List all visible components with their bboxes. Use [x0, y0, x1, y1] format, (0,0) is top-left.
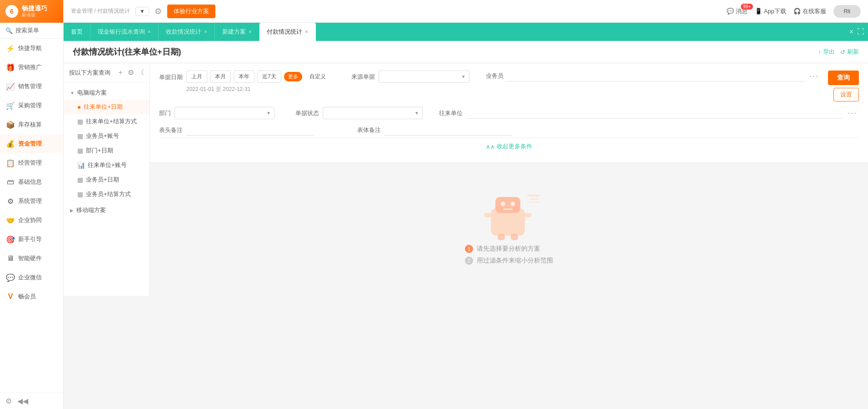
scheme-panel-title: 按以下方案查询	[69, 69, 110, 77]
collapse-sidebar-icon[interactable]: ◀◀	[17, 397, 28, 405]
sidebar-item-basic[interactable]: 🗃 基础信息	[0, 172, 63, 192]
scheme-add-icon[interactable]: ＋	[117, 68, 124, 77]
sidebar-item-marketing[interactable]: 🎁 营销推广	[0, 58, 63, 77]
user-avatar[interactable]: Rit	[833, 5, 861, 18]
sidebar-item-quick-nav[interactable]: ⚡ 快捷导航	[0, 39, 63, 58]
scheme-item-partner-settlement[interactable]: ▦ 往来单位+结算方式	[64, 114, 150, 129]
table-header-remark-input[interactable]	[186, 125, 314, 136]
refresh-button[interactable]: ↺ 刷新	[840, 48, 859, 56]
date-btn-this-year[interactable]: 本年	[234, 71, 254, 83]
export-button[interactable]: ↑ 导出	[818, 48, 835, 56]
header-right: 💬 消息 99+ 📱 App下载 🎧 在线客服 Rit	[727, 5, 861, 18]
tab-home[interactable]: 首页	[64, 23, 90, 41]
staff-filter-input[interactable]	[507, 71, 804, 81]
partner-filter-input[interactable]	[466, 108, 842, 119]
header-dropdown[interactable]: ▼	[135, 7, 149, 16]
scheme-group-desktop-header[interactable]: ▼ 电脑端方案	[64, 86, 150, 100]
tab-close-bank-flow[interactable]: ×	[148, 29, 151, 35]
scheme-item-staff-account[interactable]: ▦ 业务员+账号	[64, 129, 150, 143]
collapse-more-button[interactable]: ∧∧ 收起更多条件	[486, 142, 532, 151]
date-btn-last-month[interactable]: 上月	[186, 71, 207, 83]
tab-receipt-stats[interactable]: 收款情况统计 ×	[159, 23, 215, 41]
date-btn-last-7-days[interactable]: 近7天	[257, 71, 281, 83]
tab-close-all-icon[interactable]: ×	[849, 28, 853, 36]
scheme-item-partner-date[interactable]: ● 往来单位+日期	[64, 100, 150, 114]
page-header: 付款情况统计(往来单位+日期) ↑ 导出 ↺ 刷新	[64, 41, 868, 63]
sidebar-item-hardware[interactable]: 🖥 智能硬件	[0, 249, 63, 268]
staff-dots-button[interactable]: ···	[808, 71, 821, 81]
sidebar-item-operation[interactable]: 📋 经营管理	[0, 153, 63, 172]
sidebar-item-label: 基础信息	[18, 178, 42, 186]
sidebar-item-inventory[interactable]: 📦 库存核算	[0, 115, 63, 134]
sidebar-item-guide[interactable]: 🎯 新手引导	[0, 230, 63, 249]
app-download-btn[interactable]: 📱 App下载	[755, 7, 786, 15]
tab-expand-icon[interactable]: ⛶	[857, 28, 864, 36]
partner-label: 往来单位	[439, 109, 463, 117]
scheme-icon-2: ▦	[77, 132, 83, 140]
tab-close-receipt-stats[interactable]: ×	[204, 29, 207, 35]
bill-status-select[interactable]	[323, 107, 423, 119]
active-scheme-icon: ●	[77, 103, 81, 111]
sidebar-item-label: 系统管理	[18, 197, 42, 205]
bill-date-label: 单据日期	[159, 71, 183, 81]
scheme-panel-header: 按以下方案查询 ＋ ⚙ 《	[64, 63, 150, 82]
tab-close-new-scheme[interactable]: ×	[249, 29, 252, 35]
partner-dots-button[interactable]: ···	[846, 108, 859, 118]
svg-rect-11	[528, 202, 539, 203]
arrow-right-icon: ▶	[70, 208, 74, 213]
source-bill-label: 来源单据	[351, 73, 375, 81]
scheme-icon-4: ▦	[77, 176, 83, 183]
logo-text-wrap: 畅捷通巧 标准版	[22, 5, 47, 19]
scheme-item-label: 往来单位+结算方式	[86, 117, 137, 126]
date-btn-custom[interactable]: 自定义	[305, 71, 330, 82]
date-btn-this-month[interactable]: 本月	[210, 71, 231, 83]
export-icon: ↑	[818, 49, 822, 56]
tab-new-scheme[interactable]: 新建方案 ×	[215, 23, 259, 41]
tab-payment-stats[interactable]: 付款情况统计 ×	[259, 23, 316, 41]
scheme-icon-1: ▦	[77, 118, 83, 125]
sidebar-item-label: 畅会员	[18, 293, 36, 301]
scheme-item-staff-settlement[interactable]: ▦ 业务员+结算方式	[64, 187, 150, 202]
header-settings-icon[interactable]: ⚙	[155, 6, 162, 16]
scheme-item-partner-date-label: 往来单位+日期	[84, 103, 123, 111]
scheme-item-label: 业务员+结算方式	[86, 190, 131, 198]
sidebar-item-sales[interactable]: 📈 销售管理	[0, 77, 63, 96]
scheme-item-staff-date[interactable]: ▦ 业务员+日期	[64, 172, 150, 187]
date-btn-more[interactable]: 更多	[284, 72, 302, 81]
sidebar-item-system[interactable]: ⚙ 系统管理	[0, 192, 63, 211]
home-tab-label: 首页	[71, 28, 83, 36]
sidebar-item-label: 企业微信	[18, 273, 42, 282]
svg-rect-7	[498, 234, 505, 240]
inventory-icon: 📦	[6, 121, 15, 129]
sidebar-item-finance[interactable]: 💰 资金管理	[0, 134, 63, 153]
search-menu[interactable]: 🔍 搜索菜单	[0, 23, 63, 39]
sidebar-item-member[interactable]: V 畅会员	[0, 287, 63, 306]
messages-badge: 99+	[741, 4, 753, 10]
tab-bank-flow[interactable]: 现金银行流水查询 ×	[90, 23, 159, 41]
settings-icon[interactable]: ⚙	[5, 397, 12, 405]
sidebar-item-purchase[interactable]: 🛒 采购管理	[0, 96, 63, 115]
scheme-item-dept-date[interactable]: ▦ 部门+日期	[64, 143, 150, 158]
scheme-collapse-icon[interactable]: 《	[138, 69, 144, 77]
query-button[interactable]: 查询	[828, 71, 859, 85]
search-menu-label: 搜索菜单	[15, 26, 39, 35]
sidebar-item-wechat[interactable]: 💬 企业微信	[0, 268, 63, 287]
chevron-up-icon: ∧∧	[486, 143, 495, 150]
source-bill-select[interactable]	[379, 71, 469, 83]
tab-close-payment-stats[interactable]: ×	[305, 29, 308, 35]
trial-button[interactable]: 体验行业方案	[167, 5, 215, 18]
sidebar-item-enterprise[interactable]: 🤝 企业协同	[0, 211, 63, 230]
table-body-remark-input[interactable]	[384, 125, 512, 136]
finance-icon: 💰	[6, 140, 15, 148]
scheme-item-partner-account[interactable]: 📊 往来单位+账号	[64, 158, 150, 172]
settings-button[interactable]: 设置	[833, 88, 859, 101]
scheme-settings-icon[interactable]: ⚙	[128, 68, 134, 77]
headset-icon: 🎧	[793, 8, 801, 15]
dept-select[interactable]	[175, 107, 274, 119]
guide-icon: 🎯	[6, 235, 15, 243]
sales-icon: 📈	[6, 82, 15, 91]
scheme-group-mobile-header[interactable]: ▶ 移动端方案	[64, 203, 150, 217]
svg-rect-10	[529, 198, 539, 200]
service-btn[interactable]: 🎧 在线客服	[793, 7, 826, 15]
messages-btn[interactable]: 💬 消息 99+	[727, 7, 748, 15]
